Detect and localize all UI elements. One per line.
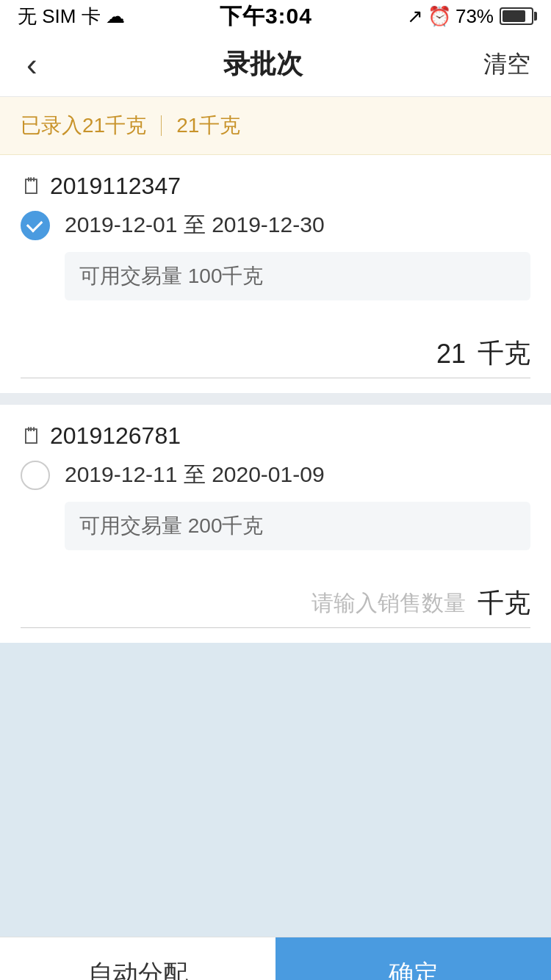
batch-radio-1[interactable] (21, 211, 50, 240)
alarm-icon: ⏰ (428, 5, 451, 28)
clear-button[interactable]: 清空 (483, 48, 530, 81)
batch-id-2: 2019126781 (50, 422, 181, 450)
quantity-row-1: 21 千克 (0, 318, 551, 378)
nav-bar: ‹ 录批次 清空 (0, 32, 551, 97)
batch-item-1: 🗒 2019112347 2019-12-01 至 2019-12-30 可用交… (0, 155, 551, 393)
batch-radio-2[interactable] (21, 461, 50, 490)
batch-date-2: 2019-12-11 至 2020-01-09 (65, 460, 325, 490)
batch-doc-icon-1: 🗒 (21, 174, 43, 199)
batch-id-row-2: 🗒 2019126781 (21, 422, 530, 450)
page-wrapper: 无 SIM 卡 ☁ 下午3:04 ↗ ⏰ 73% ‹ 录批次 清空 已录入21千… (0, 0, 551, 980)
quantity-underline-1 (21, 378, 530, 378)
batch-id-1: 2019112347 (50, 173, 181, 200)
batch-available-2: 可用交易量 200千克 (65, 502, 530, 550)
quantity-unit-1: 千克 (478, 336, 530, 372)
summary-label: 已录入21千克 (21, 112, 146, 140)
input-row-2: 请输入销售数量 千克 (0, 568, 551, 627)
batch-item-1-inner: 🗒 2019112347 2019-12-01 至 2019-12-30 可用交… (0, 155, 551, 318)
empty-area (0, 643, 551, 937)
input-unit-2: 千克 (478, 586, 530, 621)
batch-date-row-2[interactable]: 2019-12-11 至 2020-01-09 (21, 460, 530, 490)
batch-item-2-inner: 🗒 2019126781 2019-12-11 至 2020-01-09 可用交… (0, 405, 551, 568)
status-right: ↗ ⏰ 73% (407, 5, 533, 28)
input-underline-2 (21, 627, 530, 628)
input-placeholder-2[interactable]: 请输入销售数量 (311, 588, 466, 619)
status-left: 无 SIM 卡 ☁ (18, 4, 125, 29)
batch-doc-icon-2: 🗒 (21, 424, 43, 449)
section-divider (0, 393, 551, 405)
summary-bar: 已录入21千克 21千克 (0, 97, 551, 155)
batch-date-1: 2019-12-01 至 2019-12-30 (65, 210, 325, 240)
back-button[interactable]: ‹ (21, 40, 43, 89)
batch-item-2: 🗒 2019126781 2019-12-11 至 2020-01-09 可用交… (0, 405, 551, 643)
content-area: 🗒 2019112347 2019-12-01 至 2019-12-30 可用交… (0, 155, 551, 937)
battery-icon (500, 7, 533, 25)
confirm-button[interactable]: 确定 (276, 937, 551, 980)
auto-distribute-button[interactable]: 自动分配 (0, 937, 276, 980)
battery-percent: 73% (455, 5, 494, 28)
page-title: 录批次 (223, 46, 303, 82)
battery-fill (503, 10, 525, 22)
batch-available-1: 可用交易量 100千克 (65, 252, 530, 300)
bottom-bar: 自动分配 确定 (0, 937, 551, 980)
status-time: 下午3:04 (220, 1, 312, 32)
summary-divider (161, 115, 162, 136)
summary-value: 21千克 (176, 112, 240, 140)
sim-status: 无 SIM 卡 ☁ (18, 4, 125, 29)
quantity-value-1[interactable]: 21 (436, 339, 466, 370)
location-icon: ↗ (407, 5, 423, 28)
status-bar: 无 SIM 卡 ☁ 下午3:04 ↗ ⏰ 73% (0, 0, 551, 32)
batch-id-row-1: 🗒 2019112347 (21, 173, 530, 200)
batch-date-row-1[interactable]: 2019-12-01 至 2019-12-30 (21, 210, 530, 240)
